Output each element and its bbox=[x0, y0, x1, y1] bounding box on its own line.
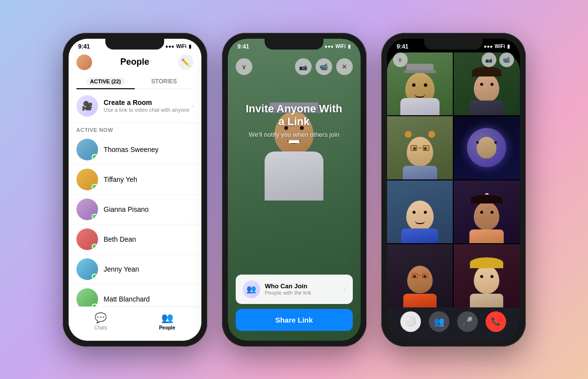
shirt-7 bbox=[403, 294, 437, 307]
nav-item-people[interactable]: 👥 People bbox=[159, 312, 175, 330]
who-join-title: Who Can Join bbox=[265, 282, 344, 290]
compose-icon[interactable]: ✏️ bbox=[178, 54, 194, 70]
battery-icon-2: ▮ bbox=[348, 44, 351, 49]
person-name: Matt Blanchard bbox=[104, 295, 150, 303]
nav-item-chats[interactable]: 💬 Chats bbox=[95, 312, 107, 330]
chevron-down-icon-3: ∨ bbox=[398, 56, 402, 63]
active-now-label: ACTIVE NOW bbox=[69, 123, 201, 135]
end-call-button[interactable]: 📞 bbox=[486, 311, 506, 332]
tab-active[interactable]: ACTIVE (22) bbox=[76, 74, 135, 89]
nav-chats-label: Chats bbox=[95, 325, 107, 330]
avatar bbox=[76, 228, 98, 250]
list-item[interactable]: Gianna Pisano bbox=[69, 195, 201, 225]
camera-flip-button[interactable]: 📷 bbox=[295, 58, 312, 75]
shirt-3 bbox=[403, 166, 437, 179]
shirt-8 bbox=[470, 294, 503, 307]
tab-bar: ACTIVE (22) STORIES bbox=[76, 74, 194, 89]
people-icon: 👥 bbox=[161, 312, 173, 324]
circle-icon: ⚪ bbox=[405, 316, 416, 327]
shirt-5 bbox=[401, 228, 438, 243]
face-3 bbox=[407, 137, 433, 166]
create-room-item[interactable]: 🎥 Create a Room Use a link to video chat… bbox=[69, 89, 201, 123]
tab-stories[interactable]: STORIES bbox=[135, 74, 194, 89]
mute-button[interactable]: ⚪ bbox=[400, 311, 421, 332]
face-2 bbox=[474, 74, 499, 102]
active-dot bbox=[92, 184, 98, 190]
active-dot bbox=[92, 154, 98, 160]
face-6: 🌸 bbox=[474, 202, 499, 230]
call-controls: ⚪ 👥 🎤 📞 bbox=[387, 307, 520, 341]
bridge-7 bbox=[419, 275, 421, 276]
eye-l bbox=[412, 83, 416, 87]
video-icon: 📹 bbox=[319, 63, 328, 71]
mic-icon: 🎤 bbox=[462, 316, 473, 327]
status-time-3: 9:41 bbox=[397, 43, 409, 50]
eye-l-2 bbox=[480, 83, 483, 86]
phone-2: 9:41 ●●● WiFi ▮ ∨ 📷 📹 bbox=[222, 33, 367, 347]
phone2-screen: 9:41 ●●● WiFi ▮ ∨ 📷 📹 bbox=[228, 39, 361, 341]
person-name: Tiffany Yeh bbox=[104, 176, 138, 183]
person-name: Thomas Sweeney bbox=[104, 146, 159, 153]
invite-title: Invite Anyone With a Link bbox=[243, 102, 346, 128]
list-item[interactable]: Beth Dean bbox=[69, 225, 201, 254]
room-text-block: Create a Room Use a link to video chat w… bbox=[104, 99, 192, 113]
participants-button[interactable]: 👥 bbox=[429, 311, 449, 332]
bottom-nav: 💬 Chats 👥 People bbox=[69, 306, 201, 341]
notch-3 bbox=[424, 39, 483, 50]
shirt-6 bbox=[469, 229, 504, 243]
chats-icon: 💬 bbox=[95, 312, 107, 324]
cap-brim-1 bbox=[404, 70, 436, 73]
person-container-3 bbox=[387, 116, 453, 179]
wifi-icon-3: WiFi bbox=[494, 44, 505, 49]
person-container-8 bbox=[454, 244, 520, 307]
back-button[interactable]: ∨ bbox=[236, 58, 252, 75]
eye-l-4 bbox=[476, 141, 479, 144]
phone-1: 9:41 ●●● WiFi ▮ People ✏️ ACTIVE (22) ST… bbox=[63, 33, 207, 347]
phone-3: 9:41 ●●● WiFi ▮ bbox=[381, 33, 526, 347]
back-video-button[interactable]: ∨ bbox=[393, 52, 408, 67]
video-call-top-controls: ∨ 📷 📹 bbox=[387, 52, 520, 67]
chevron-down-icon: ∨ bbox=[242, 63, 246, 71]
shirt-2 bbox=[469, 101, 504, 115]
list-item[interactable]: Jenny Yean bbox=[69, 254, 201, 284]
eye-l-5 bbox=[413, 211, 416, 214]
glasses-7 bbox=[412, 273, 428, 278]
status-icons-1: ●●● WiFi ▮ bbox=[165, 44, 191, 49]
person-name: Gianna Pisano bbox=[104, 205, 149, 213]
eye-l-6 bbox=[480, 211, 483, 214]
face-4 bbox=[477, 137, 496, 158]
invite-top-controls: ∨ 📷 📹 ✕ bbox=[228, 52, 361, 81]
video-toggle-btn-3[interactable]: 📹 bbox=[499, 52, 514, 67]
microphone-button[interactable]: 🎤 bbox=[457, 311, 478, 332]
status-time-2: 9:41 bbox=[238, 43, 249, 50]
eye-r-8 bbox=[490, 275, 493, 278]
glasses-3 bbox=[410, 145, 429, 151]
video-button[interactable]: 📹 bbox=[316, 58, 332, 75]
video-cell-6: 🌸 bbox=[454, 180, 520, 244]
room-icon: 🎥 bbox=[76, 95, 98, 117]
list-item[interactable]: Thomas Sweeney bbox=[69, 135, 201, 165]
share-link-button[interactable]: Share Link bbox=[236, 309, 353, 331]
active-dot bbox=[92, 244, 98, 250]
teeth bbox=[289, 140, 299, 143]
shirt-1 bbox=[400, 98, 440, 115]
camera-icon: 📷 bbox=[299, 63, 307, 71]
phone1-screen: 9:41 ●●● WiFi ▮ People ✏️ ACTIVE (22) ST… bbox=[69, 39, 201, 341]
glass-left bbox=[410, 145, 417, 151]
chevron-right-icon: › bbox=[192, 102, 194, 109]
room-subtitle: Use a link to video chat with anyone bbox=[104, 107, 192, 113]
wifi-icon-2: WiFi bbox=[335, 44, 345, 49]
signal-icon-3: ●●● bbox=[484, 44, 492, 49]
group-icon: 👥 bbox=[243, 280, 260, 298]
list-item[interactable]: Tiffany Yeh bbox=[69, 165, 201, 195]
camera-icon-3: 📷 bbox=[485, 56, 492, 63]
avatar bbox=[76, 169, 98, 190]
who-can-join-row[interactable]: 👥 Who Can Join People with the link › bbox=[236, 275, 353, 304]
close-button[interactable]: ✕ bbox=[336, 58, 353, 75]
camera-flip-btn-3[interactable]: 📷 bbox=[482, 52, 496, 67]
who-join-subtitle: People with the link bbox=[265, 290, 344, 296]
person-name: Beth Dean bbox=[104, 235, 136, 243]
user-avatar-small[interactable] bbox=[76, 54, 92, 70]
invite-bottom-panel: 👥 Who Can Join People with the link › Sh… bbox=[228, 275, 361, 341]
end-call-icon: 📞 bbox=[491, 317, 501, 326]
